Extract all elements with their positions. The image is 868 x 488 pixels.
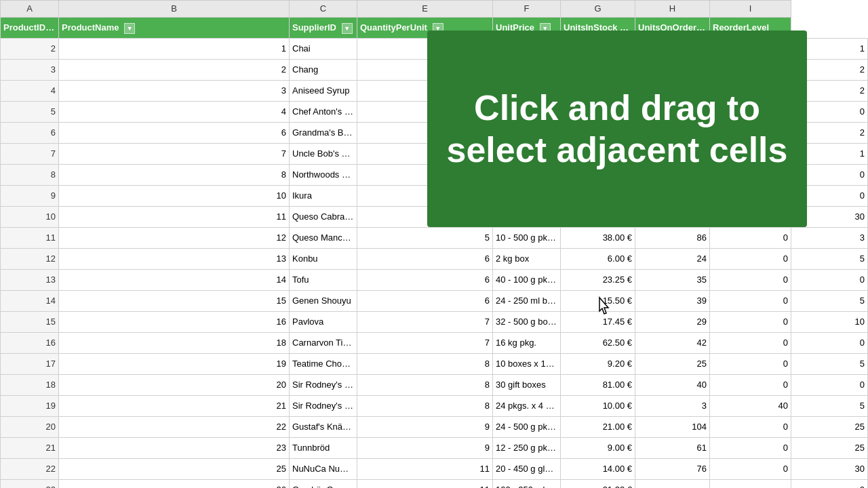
cell-quantityperunit[interactable]: 20 - 450 g glasses — [493, 459, 561, 480]
cell-reorderlevel[interactable]: 5 — [791, 396, 868, 417]
cell-reorderlevel[interactable]: 10 — [791, 312, 868, 333]
cell-productid[interactable]: 1 — [59, 39, 290, 60]
cell-productname[interactable]: Aniseed Syrup — [290, 81, 357, 102]
cell-productname[interactable]: Tunnbröd — [290, 438, 357, 459]
cell-unitsonorder[interactable]: 0 — [710, 312, 791, 333]
cell-unitprice[interactable]: 23.25 € — [561, 270, 635, 291]
table-row[interactable]: 2225NuNuCa Nuß-Nougat-Creme1120 - 450 g … — [1, 459, 868, 480]
cell-unitsonorder[interactable]: 0 — [710, 354, 791, 375]
cell-reorderlevel[interactable]: 5 — [791, 291, 868, 312]
col-letter-i[interactable]: I — [710, 1, 791, 18]
col-letter-b[interactable]: B — [59, 1, 290, 18]
cell-productname[interactable]: Tofu — [290, 270, 357, 291]
cell-supplierid[interactable]: 8 — [357, 396, 493, 417]
cell-quantityperunit[interactable]: 32 - 500 g boxes — [493, 312, 561, 333]
col-letter-g[interactable]: G — [561, 1, 635, 18]
cell-productname[interactable]: Sir Rodney's Scones — [290, 396, 357, 417]
table-row[interactable]: 1719Teatime Chocolate Biscuits810 boxes … — [1, 354, 868, 375]
cell-productid[interactable]: 18 — [59, 333, 290, 354]
header-productname[interactable]: ProductName ▼ — [59, 18, 290, 39]
cell-unitsinstock[interactable]: 35 — [635, 270, 710, 291]
table-row[interactable]: 1921Sir Rodney's Scones824 pkgs. x 4 pie… — [1, 396, 868, 417]
cell-productid[interactable]: 21 — [59, 396, 290, 417]
cell-productname[interactable]: Konbu — [290, 249, 357, 270]
cell-unitsinstock[interactable]: 25 — [635, 354, 710, 375]
cell-productname[interactable]: Ikura — [290, 186, 357, 207]
cell-quantityperunit[interactable]: 24 pkgs. x 4 pieces — [493, 396, 561, 417]
cell-unitsinstock[interactable]: 40 — [635, 375, 710, 396]
cell-reorderlevel[interactable]: 5 — [791, 354, 868, 375]
cell-unitsonorder[interactable]: 0 — [710, 438, 791, 459]
cell-productid[interactable]: 6 — [59, 123, 290, 144]
cell-supplierid[interactable]: 8 — [357, 375, 493, 396]
cell-productname[interactable]: Sir Rodney's Marmalade — [290, 375, 357, 396]
cell-supplierid[interactable]: 9 — [357, 417, 493, 438]
cell-supplierid[interactable]: 9 — [357, 438, 493, 459]
cell-unitprice[interactable]: 81.00 € — [561, 375, 635, 396]
cell-productid[interactable]: 13 — [59, 249, 290, 270]
cell-quantityperunit[interactable]: 12 - 250 g pkgs. — [493, 438, 561, 459]
cell-productname[interactable]: Gustaf's Knäckebröd — [290, 417, 357, 438]
cell-supplierid[interactable]: 8 — [357, 354, 493, 375]
cell-supplierid[interactable]: 6 — [357, 249, 493, 270]
col-letter-h[interactable]: H — [635, 1, 710, 18]
cell-unitsonorder[interactable]: 0 — [710, 291, 791, 312]
filter-supplierid-button[interactable]: ▼ — [342, 23, 353, 34]
cell-unitsinstock[interactable]: 29 — [635, 312, 710, 333]
cell-productname[interactable]: Teatime Chocolate Biscuits — [290, 354, 357, 375]
table-row[interactable]: 1314Tofu640 - 100 g pkgs.23.25 €3500 — [1, 270, 868, 291]
cell-unitsinstock[interactable]: 61 — [635, 438, 710, 459]
cell-quantityperunit[interactable]: 16 kg pkg. — [493, 333, 561, 354]
cell-reorderlevel[interactable]: 0 — [791, 333, 868, 354]
cell-productid[interactable]: 3 — [59, 81, 290, 102]
cell-supplierid[interactable]: 11 — [357, 480, 493, 489]
cell-unitsonorder[interactable]: 40 — [710, 396, 791, 417]
cell-productname[interactable]: Queso Manchego La Pastora — [290, 228, 357, 249]
cell-unitsonorder[interactable]: 0 — [710, 249, 791, 270]
col-letter-a[interactable]: A — [1, 1, 59, 18]
cell-productid[interactable]: 16 — [59, 312, 290, 333]
cell-reorderlevel[interactable]: 3 — [791, 228, 868, 249]
cell-productname[interactable]: Chef Anton's Cajun Seasoning — [290, 102, 357, 123]
cell-supplierid[interactable]: 5 — [357, 228, 493, 249]
cell-unitsonorder[interactable]: 0 — [710, 228, 791, 249]
table-row[interactable]: 1213Konbu62 kg box6.00 €2405 — [1, 249, 868, 270]
table-row[interactable]: 2326Gumbär Gummibärchen11100 - 250 g bag… — [1, 480, 868, 489]
cell-supplierid[interactable]: 11 — [357, 459, 493, 480]
cell-productid[interactable]: 2 — [59, 60, 290, 81]
cell-productid[interactable]: 23 — [59, 438, 290, 459]
cell-unitsonorder[interactable] — [710, 480, 791, 489]
cell-quantityperunit[interactable]: 30 gift boxes — [493, 375, 561, 396]
cell-supplierid[interactable]: 6 — [357, 291, 493, 312]
table-row[interactable]: 2123Tunnbröd912 - 250 g pkgs.9.00 €61025 — [1, 438, 868, 459]
cell-unitprice[interactable]: 62.50 € — [561, 333, 635, 354]
cell-reorderlevel[interactable]: 0 — [791, 480, 868, 489]
cell-productid[interactable]: 25 — [59, 459, 290, 480]
cell-reorderlevel[interactable]: 30 — [791, 459, 868, 480]
cell-unitsinstock[interactable]: 86 — [635, 228, 710, 249]
cell-quantityperunit[interactable]: 2 kg box — [493, 249, 561, 270]
cell-productname[interactable]: Chai — [290, 39, 357, 60]
header-supplierid[interactable]: SupplierID ▼ — [290, 18, 357, 39]
cell-quantityperunit[interactable]: 10 boxes x 12 pieces — [493, 354, 561, 375]
cell-unitprice[interactable]: 14.00 € — [561, 459, 635, 480]
cell-productid[interactable]: 11 — [59, 207, 290, 228]
cell-unitsinstock[interactable]: 24 — [635, 249, 710, 270]
cell-productid[interactable]: 12 — [59, 228, 290, 249]
cell-productname[interactable]: Queso Cabrales — [290, 207, 357, 228]
cell-unitsinstock[interactable]: 3 — [635, 396, 710, 417]
table-row[interactable]: 1618Carnarvon Tigers716 kg pkg.62.50 €42… — [1, 333, 868, 354]
cell-productname[interactable]: Uncle Bob's Organic Dried Pears — [290, 144, 357, 165]
cell-productid[interactable]: 20 — [59, 375, 290, 396]
cell-unitsinstock[interactable]: 42 — [635, 333, 710, 354]
cell-unitprice[interactable]: 9.20 € — [561, 354, 635, 375]
cell-productid[interactable]: 7 — [59, 144, 290, 165]
cell-productid[interactable]: 4 — [59, 102, 290, 123]
cell-supplierid[interactable]: 6 — [357, 270, 493, 291]
cell-productid[interactable]: 14 — [59, 270, 290, 291]
cell-unitprice[interactable]: 38.00 € — [561, 228, 635, 249]
cell-productname[interactable]: Northwoods Cranberry Sauce — [290, 165, 357, 186]
col-letter-c[interactable]: C — [290, 1, 357, 18]
cell-reorderlevel[interactable]: 0 — [791, 375, 868, 396]
cell-unitsonorder[interactable]: 0 — [710, 417, 791, 438]
